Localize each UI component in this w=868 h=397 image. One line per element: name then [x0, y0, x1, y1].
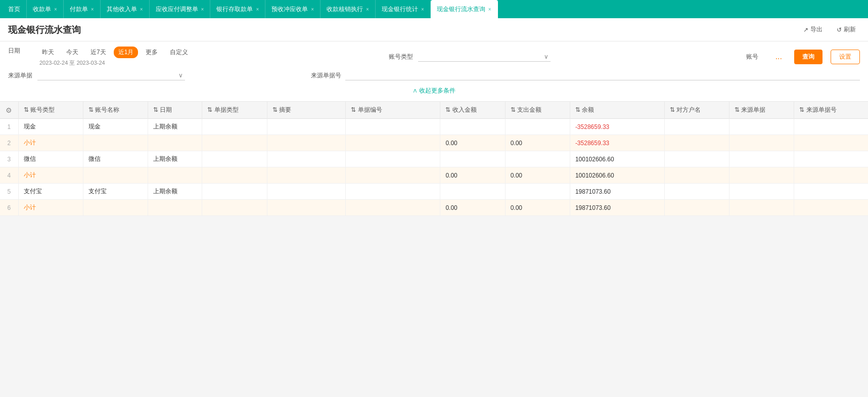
settings-button[interactable]: 设置	[831, 50, 860, 64]
row-source-doc-4	[729, 184, 794, 200]
table-row: 4 小计 0.00 0.00 100102606.60	[0, 167, 868, 184]
col-expense-label: ⇅ 支出金额	[511, 106, 541, 113]
row-source-doc-num-4	[794, 184, 868, 200]
col-source-doc-num[interactable]: ⇅ 来源单据号	[794, 102, 868, 119]
close-icon-prepayment[interactable]: ×	[311, 7, 314, 12]
close-icon-bank-stats[interactable]: ×	[421, 7, 424, 12]
account-type-filter: 账号类型 ∨	[389, 52, 551, 62]
row-balance-3: 100102606.60	[570, 167, 664, 184]
account-filter: 账号 ...	[746, 52, 786, 61]
col-date[interactable]: ⇅ 日期	[148, 102, 202, 119]
nav-item-bank-deposit[interactable]: 银行存取款单 ×	[210, 0, 265, 18]
nav-item-bank-flow[interactable]: 现金银行流水查询 ×	[431, 0, 498, 18]
row-source-doc-num-3	[794, 167, 868, 184]
refresh-button[interactable]: ↺ 刷新	[833, 23, 860, 36]
page-header: 现金银行流水查询 ↗ 导出 ↺ 刷新	[0, 18, 868, 41]
col-expense[interactable]: ⇅ 支出金额	[505, 102, 570, 119]
date-options-group: 昨天 今天 近7天 近1月 更多 自定义 2023-02-24 至 2023-0…	[37, 47, 193, 67]
row-account-type-3: 小计	[18, 167, 83, 184]
date-btn-today[interactable]: 今天	[62, 47, 83, 58]
filter-row-1: 日期 昨天 今天 近7天 近1月 更多 自定义 2023-02-24 至 202…	[8, 47, 860, 67]
close-icon-payment[interactable]: ×	[91, 7, 94, 12]
col-doc-type-label: ⇅ 单据类型	[207, 106, 238, 113]
date-filter-group: 日期 昨天 今天 近7天 近1月 更多 自定义 2023-02-24 至 202…	[8, 47, 193, 67]
close-icon-bank-flow[interactable]: ×	[488, 7, 491, 12]
close-icon-collection[interactable]: ×	[366, 7, 369, 12]
col-settings: ⚙	[0, 102, 18, 119]
query-button[interactable]: 查询	[794, 50, 823, 64]
header-actions: ↗ 导出 ↺ 刷新	[799, 23, 860, 36]
collapse-label: ∧ 收起更多条件	[413, 87, 455, 94]
row-date-3	[148, 167, 202, 184]
row-income-2	[440, 151, 505, 167]
row-counterparty-2	[664, 151, 729, 167]
date-btn-7days[interactable]: 近7天	[86, 47, 111, 58]
nav-item-bank-stats[interactable]: 现金银行统计 ×	[376, 0, 431, 18]
row-doc-number-1	[346, 135, 440, 151]
nav-label-other-income: 其他收入单	[107, 5, 137, 14]
col-balance[interactable]: ⇅ 余额	[570, 102, 664, 119]
collapse-bar[interactable]: ∧ 收起更多条件	[8, 84, 860, 97]
nav-item-adjustment[interactable]: 应收应付调整单 ×	[150, 0, 211, 18]
close-icon-adjustment[interactable]: ×	[201, 7, 204, 12]
account-type-select[interactable]: ∨	[418, 52, 551, 62]
close-icon-receipt[interactable]: ×	[54, 7, 57, 12]
nav-item-other-income[interactable]: 其他收入单 ×	[101, 0, 150, 18]
close-icon-bank-deposit[interactable]: ×	[256, 7, 259, 12]
row-doc-type-5	[202, 200, 267, 216]
nav-item-prepayment[interactable]: 预收冲应收单 ×	[265, 0, 321, 18]
col-source-doc[interactable]: ⇅ 来源单据	[729, 102, 794, 119]
gear-icon[interactable]: ⚙	[6, 106, 12, 114]
col-counterparty-label: ⇅ 对方户名	[670, 106, 701, 113]
row-account-type-0: 现金	[18, 119, 83, 135]
col-doc-number-label: ⇅ 单据编号	[351, 106, 382, 113]
nav-item-home[interactable]: 首页	[2, 0, 27, 18]
row-summary-2	[267, 151, 346, 167]
nav-label-payment: 付款单	[70, 5, 88, 14]
export-icon: ↗	[803, 26, 808, 33]
row-summary-0	[267, 119, 346, 135]
row-source-doc-2	[729, 151, 794, 167]
row-doc-type-4	[202, 184, 267, 200]
row-income-5: 0.00	[440, 200, 505, 216]
col-account-type[interactable]: ⇅ 账号类型	[18, 102, 83, 119]
data-table: ⚙ ⇅ 账号类型 ⇅ 账号名称 ⇅ 日期 ⇅ 单据类型 ⇅ 摘要	[0, 102, 868, 216]
col-counterparty[interactable]: ⇅ 对方户名	[664, 102, 729, 119]
col-summary[interactable]: ⇅ 摘要	[267, 102, 346, 119]
col-doc-number[interactable]: ⇅ 单据编号	[346, 102, 440, 119]
account-type-arrow: ∨	[544, 53, 549, 60]
source-doc-num-label: 来源单据号	[311, 71, 341, 80]
date-btn-yesterday[interactable]: 昨天	[37, 47, 59, 58]
row-balance-2: 100102606.60	[570, 151, 664, 167]
nav-item-collection[interactable]: 收款核销执行 ×	[321, 0, 376, 18]
col-source-doc-label: ⇅ 来源单据	[735, 106, 765, 113]
col-account-name[interactable]: ⇅ 账号名称	[83, 102, 148, 119]
source-doc-select[interactable]: ∨	[37, 71, 185, 80]
row-expense-3: 0.00	[505, 167, 570, 184]
row-account-type-5: 小计	[18, 200, 83, 216]
nav-item-receipt[interactable]: 收款单 ×	[27, 0, 64, 18]
col-balance-label: ⇅ 余额	[575, 106, 594, 113]
row-num-4: 5	[0, 184, 18, 200]
date-btn-1month[interactable]: 近1月	[114, 47, 139, 58]
export-button[interactable]: ↗ 导出	[799, 23, 827, 36]
date-btn-custom[interactable]: 自定义	[165, 47, 193, 58]
row-account-type-4: 支付宝	[18, 184, 83, 200]
table-body: 1 现金 现金 上期余额 -3528659.33 2 小计 0.00 0.00 …	[0, 119, 868, 216]
date-range-display: 2023-02-24 至 2023-03-24	[39, 59, 193, 67]
row-date-0: 上期余额	[148, 119, 202, 135]
dots-button[interactable]: ...	[775, 52, 782, 61]
date-btn-more[interactable]: 更多	[141, 47, 162, 58]
col-income[interactable]: ⇅ 收入金额	[440, 102, 505, 119]
row-expense-1: 0.00	[505, 135, 570, 151]
col-doc-type[interactable]: ⇅ 单据类型	[202, 102, 267, 119]
row-counterparty-0	[664, 119, 729, 135]
nav-item-payment[interactable]: 付款单 ×	[64, 0, 101, 18]
row-source-doc-num-5	[794, 200, 868, 216]
row-num-3: 4	[0, 167, 18, 184]
row-date-4: 上期余额	[148, 184, 202, 200]
close-icon-other-income[interactable]: ×	[140, 7, 143, 12]
row-date-2: 上期余额	[148, 151, 202, 167]
source-doc-num-input[interactable]	[345, 71, 860, 80]
row-account-name-5	[83, 200, 148, 216]
